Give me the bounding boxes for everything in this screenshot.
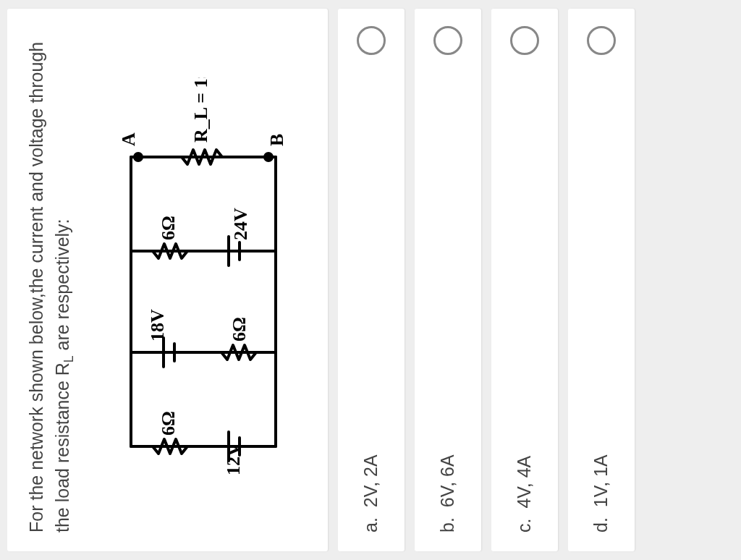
option-letter: b. <box>437 517 458 533</box>
option-text: 1V, 1A <box>590 454 611 507</box>
option-letter: c. <box>514 519 535 533</box>
label-r-mid-bottom: 6Ω <box>229 317 250 341</box>
label-node-a: A <box>118 132 139 146</box>
option-letter: a. <box>360 517 381 533</box>
radio-icon[interactable] <box>357 26 386 55</box>
label-v-right-bottom: 24V <box>230 208 251 240</box>
option-text: 2V, 2A <box>360 454 381 507</box>
option-letter: d. <box>590 517 611 533</box>
circuit-figure: 6Ω 12V 18V 6Ω 6 <box>95 27 312 533</box>
option-b[interactable]: b.6V, 6A <box>415 9 481 551</box>
question-prompt: For the network shown below,the current … <box>26 42 72 533</box>
label-r-load: R_L = 1Ω <box>190 77 211 143</box>
question-card: For the network shown below,the current … <box>7 9 328 551</box>
option-a[interactable]: a.2V, 2A <box>338 9 405 551</box>
option-d[interactable]: d.1V, 1A <box>568 9 635 551</box>
radio-icon[interactable] <box>587 26 616 55</box>
option-text: 6V, 6A <box>437 454 458 507</box>
question-text: For the network shown below,the current … <box>23 27 79 533</box>
label-r-right-top: 6Ω <box>158 216 179 240</box>
label-node-b: B <box>266 134 287 146</box>
radio-icon[interactable] <box>433 26 462 55</box>
radio-icon[interactable] <box>510 26 539 55</box>
label-v-mid-top: 18V <box>147 309 168 341</box>
option-c[interactable]: c.4V, 4A <box>491 9 558 551</box>
options-list: a.2V, 2A b.6V, 6A c.4V, 4A d.1V, 1A <box>338 9 635 551</box>
label-r-left: 6Ω <box>158 411 179 436</box>
label-v-left: 12V <box>223 443 244 475</box>
option-text: 4V, 4A <box>514 456 535 509</box>
